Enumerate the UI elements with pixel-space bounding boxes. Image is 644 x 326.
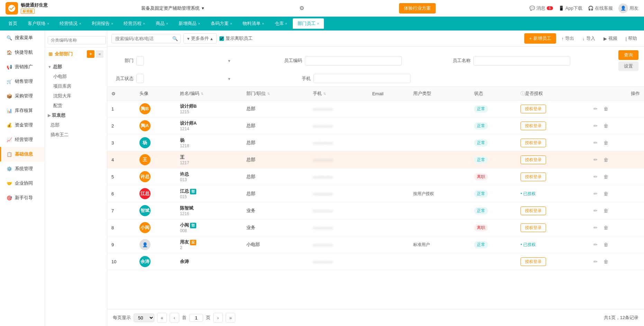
th-dept-pos[interactable]: 部门/职位	[242, 87, 309, 100]
tab-add-goods[interactable]: 新增商品 ×	[174, 18, 205, 29]
dept-shuangyuan[interactable]: ▶ 双袁想	[45, 111, 107, 120]
close-history-tab[interactable]: ×	[143, 21, 145, 26]
edit-button[interactable]: ✏	[591, 190, 600, 198]
auth-button[interactable]: 授权登录	[520, 105, 546, 113]
tab-bom[interactable]: 物料清单 ×	[238, 18, 269, 29]
close-add-goods-tab[interactable]: ×	[198, 21, 200, 26]
add-employee-button[interactable]: + 新增员工	[524, 33, 556, 44]
tab-history[interactable]: 经营历程 ×	[119, 18, 150, 29]
tab-home[interactable]: 首页	[3, 18, 22, 29]
delete-button[interactable]: 🗑	[602, 257, 610, 266]
sidebar-item-enterprise[interactable]: 🤝 企业协同	[0, 176, 45, 191]
auth-button[interactable]: 授权登录	[520, 223, 546, 232]
close-operation-tab[interactable]: ×	[79, 21, 81, 26]
emp-name-input[interactable]	[473, 56, 570, 65]
show-resigned-input[interactable]	[219, 36, 224, 41]
edit-button[interactable]: ✏	[591, 223, 600, 232]
dept-shenyang[interactable]: 沈阳大库	[48, 91, 107, 101]
sidebar-item-guide[interactable]: 🎯 新手引导	[0, 191, 45, 205]
tab-operation[interactable]: 经营情况 ×	[55, 18, 86, 29]
reset-button[interactable]: 设置	[618, 61, 638, 71]
edit-button[interactable]: ✏	[591, 156, 600, 164]
delete-button[interactable]: 🗑	[602, 122, 610, 130]
sidebar-item-quick-nav[interactable]: 🏠 快捷导航	[0, 45, 45, 60]
delete-button[interactable]: 🗑	[602, 223, 610, 232]
video-button[interactable]: ▶ 视频	[601, 34, 620, 43]
edit-button[interactable]: ✏	[591, 173, 600, 181]
sidebar-item-operation[interactable]: 📈 经营管理	[0, 132, 45, 147]
dept-peihuo[interactable]: 配货	[48, 101, 107, 111]
close-warehouse-tab[interactable]: ×	[285, 21, 287, 26]
tab-employee[interactable]: 部门员工 ×	[293, 18, 324, 29]
tab-profit[interactable]: 利润报告 ×	[87, 18, 118, 29]
dept-xiaodianbu[interactable]: 小电部	[48, 72, 107, 81]
next-page-button[interactable]: ›	[213, 313, 223, 323]
message-button[interactable]: 💬 消息 6	[529, 5, 553, 11]
employee-search-input[interactable]	[111, 34, 181, 43]
page-number-input[interactable]	[189, 314, 203, 322]
delete-button[interactable]: 🗑	[602, 139, 610, 147]
edit-button[interactable]: ✏	[591, 139, 600, 147]
try-industry-button[interactable]: 体验行业方案	[399, 3, 436, 14]
app-download-button[interactable]: 📱 App下载	[559, 5, 582, 11]
last-page-button[interactable]: »	[226, 313, 235, 323]
close-customer-tab[interactable]: ×	[47, 21, 49, 26]
delete-button[interactable]: 🗑	[602, 190, 610, 198]
delete-button[interactable]: 🗑	[602, 206, 610, 215]
edit-button[interactable]: ✏	[591, 257, 600, 266]
tab-goods[interactable]: 商品 ×	[151, 18, 173, 29]
auth-button[interactable]: 授权登录	[520, 206, 546, 215]
show-resigned-checkbox[interactable]: 显示离职员工	[219, 35, 253, 42]
delete-button[interactable]: 🗑	[602, 240, 610, 249]
sidebar-item-purchase[interactable]: 📦 采购管理	[0, 89, 45, 103]
phone-input[interactable]	[314, 74, 410, 83]
tab-barcode[interactable]: 条码方案 ×	[206, 18, 237, 29]
edit-button[interactable]: ✏	[591, 122, 600, 130]
first-page-button[interactable]: «	[157, 313, 167, 323]
more-filter-button[interactable]: ▾ 更多条件 ▴	[183, 33, 217, 44]
dept-add-button[interactable]: +	[87, 50, 94, 58]
close-profit-tab[interactable]: ×	[111, 21, 113, 26]
tab-warehouse[interactable]: 仓库 ×	[270, 18, 292, 29]
dept-chabu[interactable]: 插布王二	[45, 130, 107, 140]
sidebar-item-search[interactable]: 🔍 搜索菜单	[0, 30, 45, 45]
auth-button[interactable]: 授权登录	[520, 156, 546, 164]
settings-button[interactable]: ⚙	[298, 3, 306, 13]
online-service-button[interactable]: 🎧 在线客服	[588, 5, 613, 11]
th-settings[interactable]: ⚙	[107, 87, 135, 100]
sidebar-item-system[interactable]: ⚙️ 系统管理	[0, 161, 45, 176]
dept-collapse-button[interactable]: «	[96, 50, 103, 58]
sidebar-item-basic[interactable]: 📋 基础信息	[0, 147, 45, 161]
tab-customer[interactable]: 客户联络 ×	[23, 18, 54, 29]
dept-search-input[interactable]	[48, 36, 106, 44]
dept-zongbu[interactable]: ▼ 总部	[45, 62, 107, 72]
sidebar-item-sales[interactable]: 🛒 销售管理	[0, 74, 45, 89]
close-bom-tab[interactable]: ×	[262, 21, 264, 26]
th-phone[interactable]: 手机	[309, 87, 368, 100]
prev-page-button[interactable]: ‹	[170, 313, 179, 323]
export-button[interactable]: ↑ 导出	[559, 34, 577, 43]
emp-code-input[interactable]	[305, 56, 402, 65]
import-button[interactable]: ↓ 导入	[580, 34, 598, 43]
th-name-code[interactable]: 姓名/编码	[176, 87, 242, 100]
dept-zongbu2[interactable]: 总部	[45, 120, 107, 130]
close-barcode-tab[interactable]: ×	[230, 21, 232, 26]
close-goods-tab[interactable]: ×	[166, 21, 168, 26]
auth-button[interactable]: 授权登录	[520, 257, 546, 266]
close-employee-tab[interactable]: ×	[317, 21, 319, 26]
sidebar-item-marketing[interactable]: 📢 营销推广	[0, 60, 45, 74]
auth-button[interactable]: 授权登录	[520, 173, 546, 181]
delete-button[interactable]: 🗑	[602, 173, 610, 181]
status-select[interactable]	[136, 74, 144, 83]
system-selector[interactable]: 装备及固定资产辅助管理系统 ▾	[141, 5, 204, 11]
auth-button[interactable]: 授权登录	[520, 139, 546, 147]
help-button[interactable]: | 帮助	[623, 34, 640, 43]
edit-button[interactable]: ✏	[591, 240, 600, 249]
sidebar-item-finance[interactable]: 💰 资金管理	[0, 118, 45, 132]
page-size-select[interactable]: 20 50 100	[134, 314, 154, 322]
edit-button[interactable]: ✏	[591, 105, 600, 113]
dept-xiangmu[interactable]: 项目库房	[48, 81, 107, 91]
search-button[interactable]: 查询	[618, 50, 638, 60]
auth-button[interactable]: 授权登录	[520, 122, 546, 130]
delete-button[interactable]: 🗑	[602, 156, 610, 164]
